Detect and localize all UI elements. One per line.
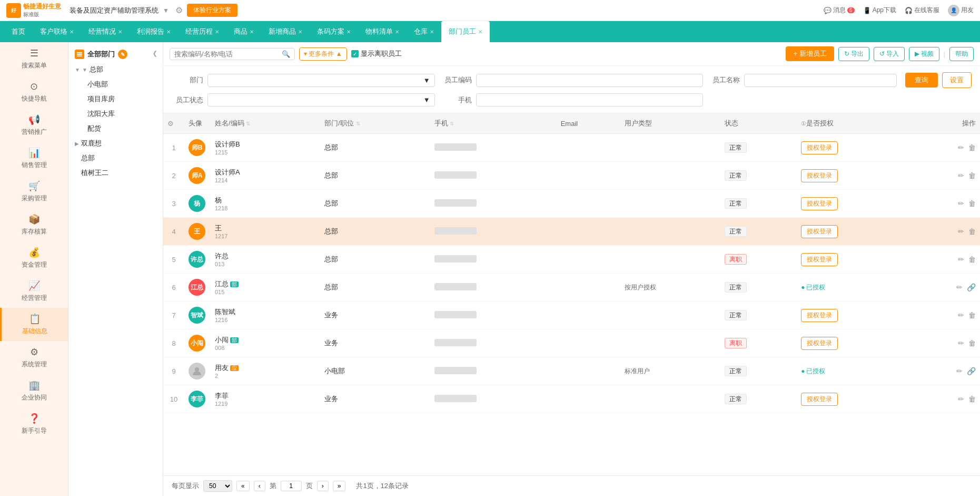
tab-bom[interactable]: 物料清单 ✕ (358, 21, 407, 42)
delete-btn[interactable]: 🗑 (968, 395, 976, 403)
view-btn[interactable]: ▶ 视频 (909, 47, 939, 61)
edit-btn[interactable]: ✏ (958, 339, 964, 347)
edit-btn[interactable]: ✏ (956, 367, 963, 375)
dept-select[interactable]: ▼ (207, 74, 435, 87)
close-icon[interactable]: ✕ (250, 29, 254, 35)
import-btn[interactable]: ↺ 导入 (874, 47, 905, 61)
close-icon[interactable]: ✕ (118, 29, 122, 35)
delete-btn[interactable]: 🗑 (968, 199, 976, 208)
user-btn[interactable]: 👤 用友 (948, 5, 974, 16)
th-gear[interactable]: ⚙ (163, 113, 184, 134)
tab-goods[interactable]: 商品 ✕ (226, 21, 261, 42)
tree-item-shenyang[interactable]: 沈阳大库 (68, 106, 163, 121)
sidebar-item-basic-info[interactable]: 📋 基础信息 (0, 308, 68, 341)
delete-btn[interactable]: 🗑 (968, 311, 976, 319)
auth-btn[interactable]: 授权登录 (801, 337, 838, 350)
row-auth[interactable]: 授权登录 (797, 218, 910, 246)
tree-group-zongbu[interactable]: ▼ 总部 (68, 62, 163, 77)
search-icon[interactable]: 🔍 (282, 50, 290, 58)
edit-btn[interactable]: ✏ (958, 171, 964, 180)
first-page-btn[interactable]: « (236, 481, 250, 491)
close-icon[interactable]: ✕ (347, 29, 351, 35)
row-auth[interactable]: 授权登录 (797, 385, 910, 413)
delete-btn[interactable]: 🔗 (967, 283, 976, 291)
tab-home[interactable]: 首页 (4, 21, 33, 42)
sidebar-item-quick-nav[interactable]: ⊙ 快捷导航 (0, 75, 68, 109)
auth-btn[interactable]: 授权登录 (801, 197, 838, 210)
message-btn[interactable]: 💬 消息 6 (824, 6, 855, 15)
delete-btn[interactable]: 🔗 (967, 367, 976, 375)
close-icon[interactable]: ✕ (430, 29, 434, 35)
delete-btn[interactable]: 🗑 (968, 227, 976, 236)
tab-profit[interactable]: 利润报告 ✕ (130, 21, 178, 42)
edit-btn[interactable]: ✏ (958, 227, 964, 236)
tree-item-peihuo[interactable]: 配货 (68, 121, 163, 136)
export-btn[interactable]: ↻ 导出 (838, 47, 869, 61)
auth-btn[interactable]: 授权登录 (801, 393, 838, 406)
online-service-btn[interactable]: 🎧 在线客服 (905, 6, 939, 15)
show-dimission-checkbox[interactable]: ✓ 显示离职员工 (351, 49, 402, 59)
search-btn[interactable]: 查询 (905, 73, 938, 87)
row-auth[interactable]: 授权登录 (797, 329, 910, 357)
delete-btn[interactable]: 🗑 (968, 339, 976, 347)
row-auth[interactable]: 授权登录 (797, 162, 910, 190)
th-phone[interactable]: 手机 ⇅ (430, 113, 557, 134)
auth-btn[interactable]: 授权登录 (801, 309, 838, 322)
auth-btn[interactable]: 授权登录 (801, 141, 838, 154)
tree-item-xiaodibu[interactable]: 小电部 (68, 77, 163, 92)
dropdown-icon[interactable]: ▼ (163, 7, 169, 14)
trial-button[interactable]: 体验行业方案 (187, 4, 237, 17)
page-size-select[interactable]: 50 100 200 (203, 480, 232, 492)
edit-btn[interactable]: ✏ (956, 283, 963, 291)
edit-btn[interactable]: ✏ (958, 199, 964, 208)
tab-new-goods[interactable]: 新增商品 ✕ (261, 21, 310, 42)
next-page-btn[interactable]: › (317, 481, 329, 491)
emp-name-input[interactable] (744, 74, 897, 87)
th-name-code[interactable]: 姓名/编码 ⇅ (211, 113, 320, 134)
edit-btn[interactable]: ✏ (958, 395, 964, 403)
tab-warehouse[interactable]: 仓库 ✕ (407, 21, 441, 42)
close-icon[interactable]: ✕ (395, 29, 399, 35)
tab-employees[interactable]: 部门员工 ✕ (441, 21, 490, 42)
tree-item-zhishu[interactable]: 植树王二 (68, 166, 163, 180)
row-auth[interactable]: 授权登录 (797, 134, 910, 162)
tab-operations[interactable]: 经营情况 ✕ (81, 21, 130, 42)
emp-status-select[interactable]: ▼ (207, 93, 435, 106)
close-icon[interactable]: ✕ (478, 29, 482, 35)
edit-btn[interactable]: ✏ (958, 311, 964, 319)
row-auth[interactable]: 授权登录 (797, 246, 910, 274)
edit-btn[interactable]: ✏ (958, 255, 964, 264)
gear-icon[interactable]: ⚙ (175, 5, 183, 15)
edit-icon[interactable]: ✎ (118, 50, 127, 59)
auth-btn[interactable]: 授权登录 (801, 225, 838, 238)
edit-btn[interactable]: ✏ (958, 143, 964, 152)
emp-code-input[interactable] (476, 74, 704, 87)
page-input[interactable] (281, 481, 302, 491)
app-download-btn[interactable]: 📱 App下载 (863, 6, 896, 15)
auth-btn[interactable]: 授权登录 (801, 253, 838, 266)
sidebar-item-guide[interactable]: ❓ 新手引导 (0, 407, 68, 441)
sidebar-item-purchase[interactable]: 🛒 采购管理 (0, 175, 68, 208)
auth-btn[interactable]: 授权登录 (801, 169, 838, 182)
row-auth[interactable]: 授权登录 (797, 190, 910, 218)
more-filters-btn[interactable]: ▾ 更多条件 ▲ (299, 47, 347, 61)
tab-process[interactable]: 经营历程 ✕ (178, 21, 226, 42)
add-employee-btn[interactable]: + 新增员工 (786, 46, 834, 61)
close-icon[interactable]: ✕ (215, 29, 219, 35)
tab-customer[interactable]: 客户联络 ✕ (33, 21, 81, 42)
close-icon[interactable]: ✕ (166, 29, 171, 35)
settings-btn[interactable]: 设置 (942, 72, 972, 88)
last-page-btn[interactable]: » (333, 481, 346, 491)
sidebar-item-operations[interactable]: 📈 经营管理 (0, 275, 68, 308)
delete-btn[interactable]: 🗑 (968, 143, 976, 152)
close-icon[interactable]: ✕ (298, 29, 302, 35)
row-auth[interactable]: 授权登录 (797, 302, 910, 329)
tree-item-xiangmu[interactable]: 项目库房 (68, 92, 163, 106)
delete-btn[interactable]: 🗑 (968, 255, 976, 264)
search-input[interactable] (174, 50, 280, 58)
tree-item-zongbu2[interactable]: 总部 (68, 151, 163, 166)
delete-btn[interactable]: 🗑 (968, 171, 976, 180)
sidebar-item-marketing[interactable]: 📢 营销推广 (0, 109, 68, 142)
th-dept[interactable]: 部门/职位 ⇅ (320, 113, 430, 134)
sidebar-item-system[interactable]: ⚙ 系统管理 (0, 341, 68, 374)
